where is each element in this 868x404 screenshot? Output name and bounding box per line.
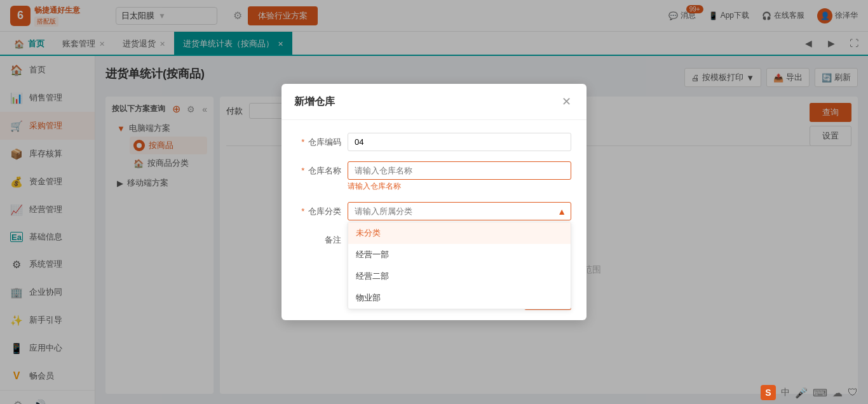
shield-icon[interactable]: 🛡 <box>848 387 858 398</box>
warehouse-name-input[interactable] <box>348 161 571 180</box>
dropdown-item-unclassified[interactable]: 未分类 <box>348 222 571 244</box>
dropdown-item-dept1[interactable]: 经营一部 <box>348 244 571 266</box>
warehouse-code-field <box>348 133 571 151</box>
modal-overlay: 新增仓库 ✕ * 仓库编码 * 仓库名称 <box>0 0 868 404</box>
modal-body: * 仓库编码 * 仓库名称 请输入仓库名称 <box>281 120 587 283</box>
modal-title: 新增仓库 <box>294 95 335 109</box>
modal-add-warehouse: 新增仓库 ✕ * 仓库编码 * 仓库名称 <box>281 84 587 320</box>
notes-label: 备注 <box>297 231 348 246</box>
required-star-category: * <box>301 206 304 216</box>
warehouse-name-error: 请输入仓库名称 <box>348 181 571 192</box>
warehouse-code-input[interactable] <box>348 133 571 151</box>
warehouse-category-row: * 仓库分类 ▲ 未分类 经营一部 经营二部 物业部 <box>297 202 571 220</box>
bottom-bar: S 中 🎤 ⌨ ☁ 🛡 <box>750 381 868 404</box>
dropdown-item-dept2[interactable]: 经营二部 <box>348 266 571 287</box>
warehouse-name-row: * 仓库名称 请输入仓库名称 <box>297 161 571 192</box>
dropdown-item-dept3[interactable]: 物业部 <box>348 287 571 309</box>
category-input-wrapper: ▲ <box>348 202 571 220</box>
cloud-icon[interactable]: ☁ <box>832 387 843 399</box>
required-star-name: * <box>301 166 304 175</box>
chevron-up-icon[interactable]: ▲ <box>557 206 566 217</box>
mic-icon[interactable]: 🎤 <box>795 387 808 399</box>
warehouse-category-field: ▲ 未分类 经营一部 经营二部 物业部 <box>348 202 571 220</box>
warehouse-name-field: 请输入仓库名称 <box>348 161 571 192</box>
required-star-code: * <box>301 137 304 147</box>
modal-header: 新增仓库 ✕ <box>281 84 587 120</box>
keyboard-icon[interactable]: ⌨ <box>813 387 827 399</box>
warehouse-name-label: * 仓库名称 <box>297 161 348 177</box>
category-dropdown: 未分类 经营一部 经营二部 物业部 <box>348 222 571 309</box>
modal-close-button[interactable]: ✕ <box>559 94 574 109</box>
s-logo-icon: S <box>761 385 776 400</box>
warehouse-code-label: * 仓库编码 <box>297 133 348 148</box>
lang-icon[interactable]: 中 <box>781 387 790 398</box>
warehouse-category-label: * 仓库分类 <box>297 202 348 217</box>
warehouse-code-row: * 仓库编码 <box>297 133 571 151</box>
warehouse-category-input[interactable] <box>348 202 571 220</box>
